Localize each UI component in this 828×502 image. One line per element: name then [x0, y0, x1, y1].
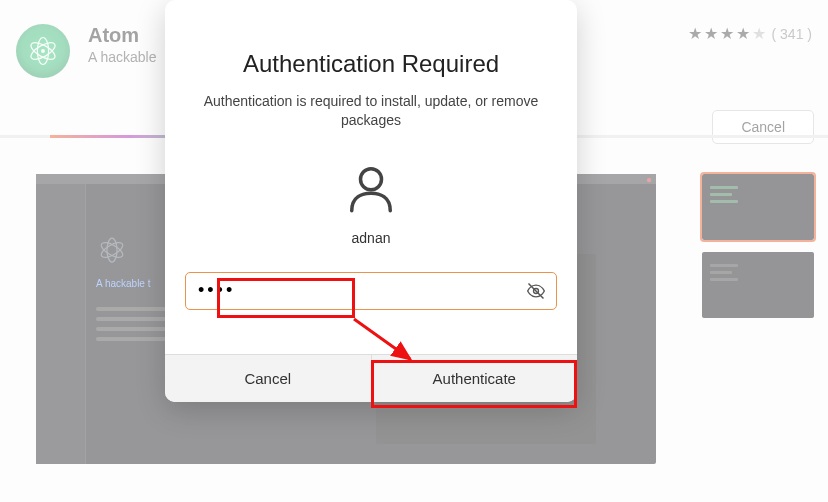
dialog-subtitle: Authentication is required to install, u…	[195, 92, 547, 130]
dialog-buttons: Cancel Authenticate	[165, 354, 577, 402]
eye-off-icon	[526, 281, 546, 301]
password-field-wrap	[185, 272, 557, 310]
cancel-button[interactable]: Cancel	[165, 355, 372, 402]
user-block: adnan	[165, 160, 577, 246]
auth-dialog: Authentication Required Authentication i…	[165, 0, 577, 402]
username-label: adnan	[352, 230, 391, 246]
toggle-password-visibility-button[interactable]	[516, 281, 556, 301]
dialog-title: Authentication Required	[165, 50, 577, 78]
authenticate-button[interactable]: Authenticate	[372, 355, 578, 402]
password-input[interactable]	[186, 273, 516, 309]
svg-point-7	[361, 169, 382, 190]
user-icon	[343, 160, 399, 220]
